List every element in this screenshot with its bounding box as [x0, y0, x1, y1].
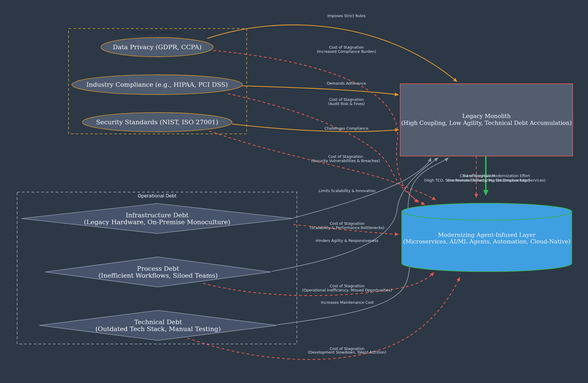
diagram-canvas: Regulatory Constraints Operational Debt …	[0, 0, 588, 383]
node-industry-compliance: Industry Compliance (e.g., HIPAA, PCI DS…	[72, 75, 242, 95]
edge-label-challenges: Challenges Compliance	[324, 126, 369, 131]
node-technical-debt-label-2: (Outdated Tech Stack, Manual Testing)	[95, 325, 221, 333]
edge-label-cost-security-1: Cost of Stagnation	[328, 154, 363, 159]
node-technical-debt-label-1: Technical Debt	[134, 318, 182, 326]
edge-label-cost-audit-1: Cost of Stagnation	[329, 97, 364, 102]
node-modernizing-layer-label-1: Modernizing Agent-Infused Layer	[438, 231, 536, 238]
edge-label-cost-operational-1: Cost of Stagnation	[330, 284, 364, 288]
edge-cost-audit	[228, 94, 425, 205]
edge-label-cost-scalability-1: Cost of Stagnation	[330, 221, 364, 226]
node-security-standards: Security Standards (NIST, ISO 27001)	[82, 113, 232, 132]
edge-label-transformation-1: Transformative Modernization Effort	[462, 173, 530, 178]
node-legacy-monolith-label-2: (High Coupling, Low Agility, Technical D…	[401, 119, 572, 126]
edge-label-limits: Limits Scalability & Innovation	[318, 188, 376, 193]
node-process-debt: Process Debt (Inefficient Workflows, Sil…	[45, 257, 271, 287]
edge-cost-privacy	[213, 50, 418, 202]
node-process-debt-label-1: Process Debt	[137, 265, 179, 272]
edge-challenges-compliance	[232, 124, 399, 131]
node-security-standards-label: Security Standards (NIST, ISO 27001)	[96, 119, 218, 126]
node-modernizing-layer: Modernizing Agent-Infused Layer (Microse…	[402, 203, 572, 272]
node-legacy-monolith-label-1: Legacy Monolith	[462, 113, 510, 119]
edge-label-imposes: Imposes Strict Rules	[327, 14, 365, 18]
edge-label-demands: Demands Adherence	[327, 81, 366, 86]
node-infrastructure-debt: Infrastructure Debt (Legacy Hardware, On…	[21, 204, 293, 234]
node-modernizing-layer-label-2: (Microservices, AI/ML Agents, Automation…	[403, 238, 570, 245]
node-infrastructure-debt-label-1: Infrastructure Debt	[126, 212, 189, 219]
edge-label-increases: Increases Maintenance Cost	[321, 300, 374, 305]
cluster-operational-title: Operational Debt	[138, 193, 177, 199]
node-legacy-monolith: Legacy Monolith (High Coupling, Low Agil…	[400, 84, 573, 156]
flowchart-svg: Regulatory Constraints Operational Debt …	[0, 0, 588, 383]
edge-label-transformation-2: (Incremental Refactoring, Decompose into…	[447, 178, 546, 182]
node-process-debt-label-2: (Inefficient Workflows, Siloed Teams)	[98, 272, 218, 279]
edge-label-cost-audit-2: (Audit Risk & Fines)	[328, 101, 365, 106]
edge-label-cost-privacy-1: Cost of Stagnation	[329, 45, 364, 50]
edge-label-cost-security-2: (Security Vulnerabilities & Breaches)	[311, 158, 380, 163]
cluster-regulatory-title: Regulatory Constraints	[131, 30, 183, 35]
node-data-privacy: Data Privacy (GDPR, CCPA)	[101, 38, 213, 57]
node-infrastructure-debt-label-2: (Legacy Hardware, On-Premise Monoculture…	[84, 219, 230, 226]
edge-label-cost-operational-2: (Operational Inefficiency, Missed Opport…	[302, 288, 392, 292]
node-data-privacy-label: Data Privacy (GDPR, CCPA)	[113, 44, 201, 51]
node-industry-compliance-label: Industry Compliance (e.g., HIPAA, PCI DS…	[87, 81, 228, 88]
edge-label-hinders: Hinders Agility & Responsiveness	[316, 238, 378, 243]
edge-demands-adherence	[242, 86, 398, 95]
edge-label-cost-privacy-2: (Increased Compliance Burden)	[317, 49, 376, 54]
node-technical-debt: Technical Debt (Outdated Tech Stack, Man…	[39, 310, 277, 340]
edge-label-cost-scalability-2: (Scalability & Performance Bottlenecks)	[310, 225, 384, 230]
edge-label-cost-development-2: (Development Slowdown, Talent Attrition)	[308, 350, 386, 354]
